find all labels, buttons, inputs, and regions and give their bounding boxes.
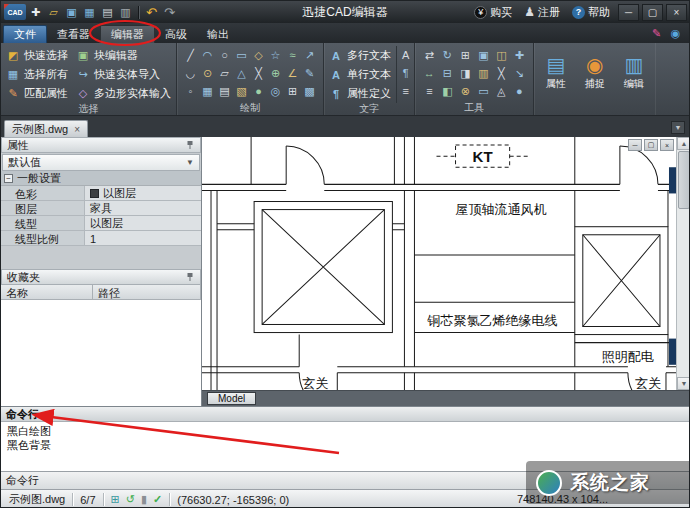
save-icon[interactable]: ▣ (63, 4, 80, 21)
pin-icon[interactable] (185, 272, 195, 282)
refresh-icon[interactable]: ↺ (126, 493, 135, 506)
draw-tool-icon[interactable]: ≈ (284, 46, 301, 64)
tool-icon[interactable]: ▣ (474, 46, 492, 64)
minimize-button[interactable]: ─ (618, 4, 639, 21)
draw-tool-icon[interactable]: ○ (216, 46, 233, 64)
property-value[interactable]: 家具 (85, 201, 201, 216)
draw-tool-icon[interactable]: ◇ (250, 46, 267, 64)
draw-tool-icon[interactable]: △ (233, 64, 250, 82)
draw-tool-icon[interactable]: ☆ (267, 46, 284, 64)
scroll-up-icon[interactable]: ▲ (677, 137, 690, 150)
tool-icon[interactable]: ◬ (492, 82, 510, 100)
tool-icon[interactable]: ⊗ (456, 82, 474, 100)
draw-tool-icon[interactable]: ▱ (216, 64, 233, 82)
multiline-text-button[interactable]: A 多行文本 (329, 46, 391, 65)
draw-tool-icon[interactable]: ● (250, 82, 267, 100)
close-button[interactable]: × (666, 4, 687, 21)
draw-tool-icon[interactable]: ▭ (233, 46, 250, 64)
tool-icon[interactable]: ◨ (456, 64, 474, 82)
open-file-icon[interactable]: ▱ (45, 4, 62, 21)
property-group-general[interactable]: − 一般设置 (1, 171, 201, 186)
skin-icon[interactable]: ✎ (649, 26, 664, 40)
tool-icon[interactable]: ◫ (492, 46, 510, 64)
property-value[interactable]: 以图层 (85, 186, 201, 201)
property-value[interactable]: 以图层 (85, 216, 201, 231)
quick-select-button[interactable]: ◩ 快速选择 (6, 46, 68, 65)
draw-tool-icon[interactable]: ↗ (301, 46, 318, 64)
mdi-minimize-icon[interactable]: ─ (628, 139, 642, 151)
print-icon[interactable]: ▤ (99, 4, 116, 21)
property-value[interactable]: 1 (85, 231, 201, 246)
draw-tool-icon[interactable]: ◠ (199, 46, 216, 64)
draw-tool-icon[interactable]: ▤ (216, 82, 233, 100)
polygon-entity-input-button[interactable]: ◇ 多边形实体输入 (76, 84, 171, 103)
drawing-canvas[interactable]: KT 屋顶轴流通风机 铜芯聚氯乙烯绝缘电线 照明配电 玄关 玄关 ─ ▢ × ▲… (202, 137, 690, 406)
pin-icon[interactable] (185, 140, 195, 150)
snap-panel-button[interactable]: ◉ 捕捉 (576, 45, 613, 100)
lock-icon[interactable]: ▮ (141, 493, 147, 506)
mdi-close-icon[interactable]: × (660, 139, 674, 151)
document-tab-close-icon[interactable]: × (74, 124, 80, 135)
tab-viewer[interactable]: 查看器 (47, 25, 100, 43)
scrollbar-thumb[interactable] (678, 151, 690, 209)
draw-tool-icon[interactable]: ⊕ (267, 64, 284, 82)
block-editor-button[interactable]: ▣ 块编辑器 (76, 46, 171, 65)
mdi-restore-icon[interactable]: ▢ (644, 139, 658, 151)
draw-tool-icon[interactable]: ⊞ (284, 82, 301, 100)
select-all-button[interactable]: ▦ 选择所有 (6, 65, 68, 84)
tool-icon[interactable]: ↘ (510, 64, 528, 82)
draw-tool-icon[interactable]: ◡ (182, 64, 199, 82)
text-style-icon[interactable]: A (402, 46, 409, 64)
vertical-scrollbar[interactable]: ▲ ▼ (676, 137, 690, 390)
draw-tool-icon[interactable]: ╳ (250, 64, 267, 82)
tool-icon[interactable]: ↔ (420, 64, 438, 82)
print-preview-icon[interactable]: ▥ (117, 4, 134, 21)
edit-panel-button[interactable]: ▥ 编辑 (615, 45, 652, 100)
draw-tool-icon[interactable]: ◎ (267, 82, 284, 100)
tool-icon[interactable]: ⊞ (456, 46, 474, 64)
draw-tool-icon[interactable]: ▧ (233, 82, 250, 100)
draw-tool-icon[interactable]: ◦ (182, 82, 199, 100)
draw-tool-icon[interactable]: ⊙ (199, 64, 216, 82)
scroll-down-icon[interactable]: ▼ (677, 377, 690, 390)
draw-tool-icon[interactable]: ∠ (284, 64, 301, 82)
draw-tool-icon[interactable]: ▦ (199, 82, 216, 100)
draw-tool-icon[interactable]: ✎ (301, 64, 318, 82)
tool-icon[interactable]: ╳ (492, 64, 510, 82)
tool-icon[interactable]: ▭ (474, 82, 492, 100)
cad-drawing[interactable]: KT 屋顶轴流通风机 铜芯聚氯乙烯绝缘电线 照明配电 玄关 玄关 (202, 137, 676, 390)
about-icon[interactable]: ◉ (668, 26, 683, 40)
tab-output[interactable]: 输出 (197, 25, 239, 43)
tool-icon[interactable]: ✚ (510, 46, 528, 64)
quick-entity-import-button[interactable]: ↪ 快速实体导入 (76, 65, 171, 84)
buy-button[interactable]: ¥ 购买 (469, 2, 517, 22)
tab-advanced[interactable]: 高级 (155, 25, 197, 43)
paragraph-icon[interactable]: ¶ (402, 64, 409, 82)
register-button[interactable]: ♟ 注册 (519, 2, 565, 22)
app-logo-icon[interactable]: CAD (4, 4, 26, 20)
draw-tool-icon[interactable]: ╱ (182, 46, 199, 64)
tool-icon[interactable]: ▥ (474, 64, 492, 82)
save-all-icon[interactable]: ▦ (81, 4, 98, 21)
draw-tool-icon[interactable]: ▩ (301, 82, 318, 100)
tool-icon[interactable]: ↻ (438, 46, 456, 64)
singleline-text-button[interactable]: A 单行文本 (329, 65, 391, 84)
tool-icon[interactable]: ◧ (438, 82, 456, 100)
favorites-column-name[interactable]: 名称 (1, 285, 93, 300)
tool-icon[interactable]: ⊟ (438, 64, 456, 82)
favorites-list[interactable] (1, 300, 201, 406)
model-tab[interactable]: Model (207, 392, 256, 405)
tab-editor[interactable]: 编辑器 (100, 25, 155, 43)
match-properties-button[interactable]: ✎ 匹配属性 (6, 84, 68, 103)
tab-scroll-button[interactable]: ▼ (671, 121, 685, 134)
tab-file[interactable]: 文件 (3, 25, 47, 43)
properties-panel-button[interactable]: ▤ 属性 (537, 45, 574, 100)
text-lines-icon[interactable]: ≡ (402, 82, 409, 100)
favorites-column-path[interactable]: 路径 (93, 285, 201, 300)
attribute-define-button[interactable]: ¶ 属性定义 (329, 84, 391, 103)
new-file-icon[interactable]: ✚ (27, 4, 44, 21)
property-set-dropdown[interactable]: 默认值 ▼ (2, 154, 200, 171)
help-button[interactable]: ? 帮助 (567, 2, 615, 22)
redo-icon[interactable]: ↷ (161, 4, 178, 21)
tool-icon[interactable]: ● (510, 82, 528, 100)
